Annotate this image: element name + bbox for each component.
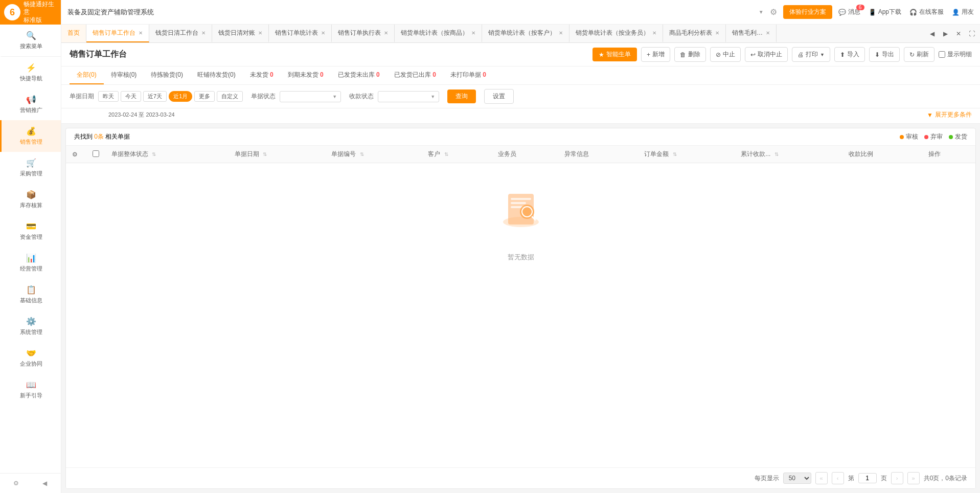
tab-sales-exec-close[interactable]: ✕ bbox=[384, 30, 388, 36]
sidebar-collapse-btn[interactable]: ◀ bbox=[33, 478, 57, 489]
tab-staff-stats[interactable]: 销货单统计表（按业务员） ✕ bbox=[569, 25, 663, 42]
subtab-overdue-ship[interactable]: 到期未发货 0 bbox=[281, 66, 331, 84]
print-dropdown-arrow: ▼ bbox=[820, 52, 825, 57]
first-page-btn[interactable]: « bbox=[815, 472, 828, 484]
online-service-btn[interactable]: 🎧 在线客服 bbox=[909, 8, 944, 16]
ship-btn[interactable]: 发货 bbox=[949, 132, 967, 141]
discard-audit-btn[interactable]: 弃审 bbox=[924, 132, 943, 141]
delete-btn[interactable]: 🗑 删除 bbox=[674, 47, 706, 62]
tab-reconcile[interactable]: 钱货日清对账 ✕ bbox=[212, 25, 269, 42]
settings-icon[interactable]: ⚙ bbox=[770, 7, 777, 17]
col-number[interactable]: 单据编号 ⇅ bbox=[325, 146, 422, 163]
audit-btn[interactable]: 审核 bbox=[900, 132, 918, 141]
next-page-btn[interactable]: › bbox=[891, 472, 903, 484]
subtab-not-printed[interactable]: 未打印单据 0 bbox=[443, 66, 493, 84]
sidebar-item-basic-info[interactable]: 📋 基础信息 bbox=[0, 279, 61, 310]
sidebar-item-tutorial[interactable]: 📖 新手引导 bbox=[0, 374, 61, 406]
col-actions: 操作 bbox=[922, 146, 975, 163]
sidebar-item-finance[interactable]: 💳 资金管理 bbox=[0, 215, 61, 247]
tab-sales-order-close[interactable]: ✕ bbox=[139, 30, 143, 36]
col-customer[interactable]: 客户 ⇅ bbox=[422, 146, 492, 163]
tab-goods-stats-close[interactable]: ✕ bbox=[471, 30, 475, 36]
sidebar-item-marketing[interactable]: 📢 营销推广 bbox=[0, 88, 61, 120]
subtab-shop-pending[interactable]: 旺铺待发货(0) bbox=[190, 66, 243, 84]
sidebar-settings-btn[interactable]: ⚙ bbox=[4, 478, 29, 489]
app-download-btn[interactable]: 📱 App下载 bbox=[869, 8, 901, 16]
date-btn-more[interactable]: 更多 bbox=[194, 91, 215, 102]
tab-sales-stats-close[interactable]: ✕ bbox=[321, 30, 325, 36]
col-check[interactable] bbox=[86, 146, 105, 163]
sidebar-item-cooperation[interactable]: 🤝 企业协同 bbox=[0, 342, 61, 374]
payment-select[interactable] bbox=[378, 91, 439, 102]
tab-daily-clear[interactable]: 钱货日清工作台 ✕ bbox=[149, 25, 212, 42]
show-detail-input[interactable] bbox=[939, 51, 945, 58]
subtab-shipped-out[interactable]: 已发货已出库 0 bbox=[387, 66, 443, 84]
show-detail-checkbox[interactable]: 显示明细 bbox=[939, 50, 972, 59]
subtab-all[interactable]: 全部(0) bbox=[70, 66, 104, 84]
prev-page-btn[interactable]: ‹ bbox=[832, 472, 844, 484]
tab-customer-stats-close[interactable]: ✕ bbox=[559, 30, 563, 36]
last-page-btn[interactable]: » bbox=[907, 472, 920, 484]
subtab-pending-check[interactable]: 待拣验货(0) bbox=[144, 66, 190, 84]
export-btn[interactable]: ⬇ 导出 bbox=[869, 47, 900, 62]
set-btn[interactable]: 设置 bbox=[484, 89, 514, 104]
stop-btn[interactable]: ⊘ 中止 bbox=[710, 47, 741, 62]
sidebar-item-search[interactable]: 🔍 搜索菜单 bbox=[0, 25, 61, 57]
export-icon: ⬇ bbox=[875, 51, 880, 58]
tab-sales-exec[interactable]: 销售订单执行表 ✕ bbox=[332, 25, 395, 42]
tab-reconcile-close[interactable]: ✕ bbox=[258, 30, 262, 36]
message-btn[interactable]: 💬 消息 6 bbox=[838, 8, 860, 16]
tab-staff-stats-close[interactable]: ✕ bbox=[652, 30, 656, 36]
tab-sales-stats[interactable]: 销售订单统计表 ✕ bbox=[269, 25, 332, 42]
tab-home[interactable]: 首页 bbox=[61, 25, 86, 42]
col-amount[interactable]: 订单金额 ⇅ bbox=[638, 146, 735, 163]
sidebar-item-purchase[interactable]: 🛒 采购管理 bbox=[0, 152, 61, 184]
col-accumulated[interactable]: 累计收款... ⇅ bbox=[735, 146, 842, 163]
smart-generate-btn[interactable]: ★ 智能生单 bbox=[592, 48, 637, 61]
sidebar-item-inventory[interactable]: 📦 库存核算 bbox=[0, 184, 61, 215]
page-size-select[interactable]: 50 100 200 bbox=[783, 473, 811, 484]
tab-daily-clear-close[interactable]: ✕ bbox=[201, 30, 206, 36]
add-btn[interactable]: + 新增 bbox=[641, 47, 670, 62]
user-btn[interactable]: 👤 用友 bbox=[952, 8, 974, 16]
sidebar-item-quick-nav[interactable]: ⚡ 快捷导航 bbox=[0, 57, 61, 88]
select-all-checkbox[interactable] bbox=[93, 150, 99, 157]
tab-prev-btn[interactable]: ◀ bbox=[926, 28, 938, 40]
page-number-input[interactable] bbox=[858, 473, 877, 483]
col-settings[interactable]: ⚙ bbox=[66, 146, 86, 163]
date-btn-yesterday[interactable]: 昨天 bbox=[98, 91, 119, 102]
tab-goods-stats[interactable]: 销货单统计表（按商品） ✕ bbox=[395, 25, 482, 42]
tab-sales-margin[interactable]: 销售毛利… ✕ bbox=[726, 25, 777, 42]
date-btn-7days[interactable]: 近7天 bbox=[143, 91, 167, 102]
expand-conditions-btn[interactable]: ▼ 展开更多条件 bbox=[927, 110, 972, 119]
tab-close-all-btn[interactable]: ✕ bbox=[952, 28, 965, 40]
sidebar-item-management[interactable]: 📊 经营管理 bbox=[0, 247, 61, 279]
tab-sales-margin-close[interactable]: ✕ bbox=[766, 30, 770, 36]
tab-next-btn[interactable]: ▶ bbox=[939, 28, 951, 40]
industry-btn[interactable]: 体验行业方案 bbox=[783, 5, 832, 19]
subtab-pending-review[interactable]: 待审核(0) bbox=[104, 66, 144, 84]
tab-customer-stats[interactable]: 销货单统计表（按客户） ✕ bbox=[482, 25, 569, 42]
date-btn-custom[interactable]: 自定义 bbox=[217, 91, 243, 102]
tab-margin-analysis-close[interactable]: ✕ bbox=[715, 30, 719, 36]
date-btn-1month[interactable]: 近1月 bbox=[169, 91, 192, 102]
refresh-btn[interactable]: ↻ 刷新 bbox=[904, 47, 935, 62]
import-btn[interactable]: ⬆ 导入 bbox=[834, 47, 865, 62]
col-date[interactable]: 单据日期 ⇅ bbox=[229, 146, 325, 163]
print-btn[interactable]: 🖨 打印 ▼ bbox=[792, 47, 830, 62]
col-staff[interactable]: 业务员 bbox=[492, 146, 558, 163]
system-dropdown-arrow[interactable]: ▼ bbox=[759, 9, 764, 15]
subtab-not-shipped[interactable]: 未发货 0 bbox=[243, 66, 281, 84]
tab-sales-order[interactable]: 销售订单工作台 ✕ bbox=[86, 25, 149, 42]
sidebar-logo: 6 畅捷通好生意 标准版 bbox=[0, 0, 61, 25]
cancel-stop-btn[interactable]: ↩ 取消中止 bbox=[745, 47, 788, 62]
status-select[interactable] bbox=[280, 91, 341, 102]
date-btn-today[interactable]: 今天 bbox=[121, 91, 141, 102]
tab-fullscreen-btn[interactable]: ⛶ bbox=[966, 28, 978, 40]
sidebar-item-system[interactable]: ⚙️ 系统管理 bbox=[0, 310, 61, 342]
sidebar-item-sales[interactable]: 💰 销售管理 bbox=[0, 120, 61, 152]
table-scroll-area[interactable]: ⚙ 单据整体状态 ⇅ 单据日期 ⇅ 单据编号 ⇅ 客户 ⇅ 业务员 异常信息 订… bbox=[66, 146, 975, 467]
subtab-shipped-not-out[interactable]: 已发货未出库 0 bbox=[331, 66, 387, 84]
query-btn[interactable]: 查询 bbox=[447, 89, 476, 103]
tab-margin-analysis[interactable]: 商品毛利分析表 ✕ bbox=[663, 25, 726, 42]
